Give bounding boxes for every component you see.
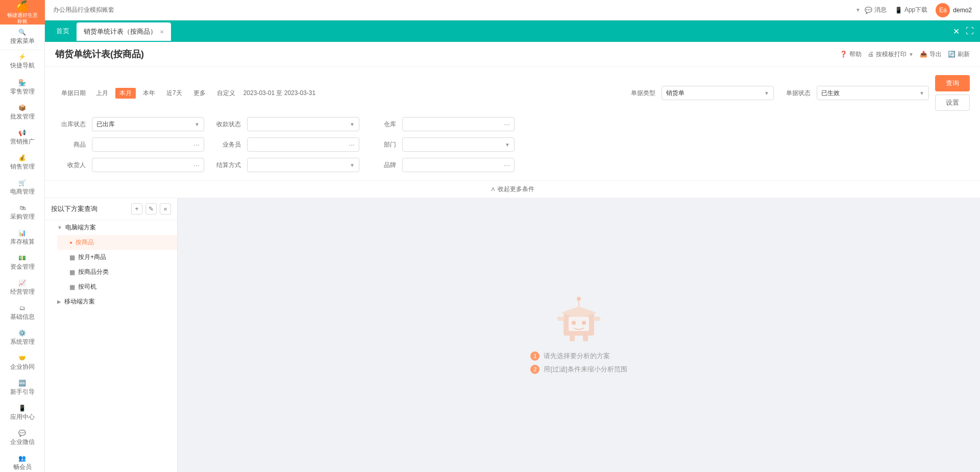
app-subtitle: 标账 [7, 18, 38, 25]
goods-dots[interactable]: ··· [193, 140, 200, 149]
sidebar-item-purchase[interactable]: 🛍 采购管理 [0, 200, 44, 225]
sidebar-item-sales[interactable]: 💰 销售管理 [0, 150, 44, 175]
scheme-tree: ▼ 电脑端方案 ● 按商品 ▦ 按月+商品 ▦ [45, 220, 177, 309]
sidebar-item-apps[interactable]: 📱 应用中心 [0, 400, 44, 426]
by-category-label: 按商品分类 [78, 268, 171, 276]
tree-node-by-month-goods[interactable]: ▦ 按月+商品 [57, 250, 177, 265]
marketing-icon: 📢 [18, 129, 26, 136]
collection-arrow: ▼ [350, 122, 355, 127]
by-goods-label: 按商品 [76, 238, 171, 247]
retail-icon: 🏪 [18, 79, 26, 86]
storage-select[interactable]: ··· [402, 117, 514, 131]
status-select[interactable]: 已生效 ▼ [817, 86, 929, 100]
sidebar-quick-nav[interactable]: ⚡ 快捷导航 [0, 50, 44, 73]
storage-dots[interactable]: ··· [504, 120, 510, 128]
type-select[interactable]: 销货单 ▼ [662, 86, 774, 100]
staff-dots[interactable]: ··· [349, 140, 355, 149]
receiver-dots[interactable]: ··· [193, 161, 200, 169]
date-btn-custom[interactable]: 自定义 [213, 88, 239, 99]
refresh-btn[interactable]: 🔄 刷新 [948, 50, 970, 59]
app-download-label: App下载 [904, 6, 927, 14]
user-info[interactable]: Ea demo2 [936, 3, 972, 17]
topbar-title: 办公用品行业模拟账套 [53, 6, 851, 14]
brand-dots[interactable]: ··· [504, 161, 510, 169]
collab-icon: 🤝 [18, 355, 26, 362]
expand-btn[interactable]: ⛶ [964, 25, 976, 38]
add-scheme-btn[interactable]: + [131, 203, 142, 215]
payment-select[interactable]: ▼ [247, 158, 359, 172]
sidebar-item-finance[interactable]: 💵 资金管理 [0, 250, 44, 275]
empty-tip-2: 2 用[过滤]条件来缩小分析范围 [530, 365, 627, 374]
collab-label: 企业协同 [10, 363, 35, 371]
svg-point-2 [572, 321, 576, 325]
help-btn[interactable]: ❓ 帮助 [840, 50, 862, 59]
topbar-dropdown-arrow[interactable]: ▼ [855, 7, 861, 13]
receiver-select[interactable]: ··· [92, 158, 204, 172]
svg-rect-1 [569, 317, 589, 331]
sidebar-item-inventory[interactable]: 📊 库存核算 [0, 225, 44, 250]
sidebar-item-collab[interactable]: 🤝 企业协同 [0, 350, 44, 375]
message-icon: 💬 [865, 7, 872, 14]
export-btn[interactable]: 📤 导出 [920, 50, 942, 59]
tree-node-by-cashier[interactable]: ▦ 按司机 [57, 279, 177, 294]
dept-select[interactable]: ▼ [402, 137, 514, 152]
print-btn[interactable]: 🖨 按模板打印 ▼ [868, 50, 914, 59]
date-btn-7days[interactable]: 近7天 [162, 88, 186, 99]
edit-scheme-btn[interactable]: ✎ [145, 203, 157, 215]
collection-select[interactable]: ▼ [247, 117, 359, 131]
filter-row-2: 出库状态 已出库 ▼ 收款状态 ▼ 仓库 ··· [55, 117, 970, 131]
logo-icon: 🍊 [7, 0, 38, 12]
pc-scheme-label: 电脑端方案 [65, 223, 171, 232]
sidebar-item-member[interactable]: 👥 畅会员 [0, 451, 44, 472]
page-header-actions: ❓ 帮助 🖨 按模板打印 ▼ 📤 导出 🔄 刷新 [840, 50, 970, 65]
date-btn-more[interactable]: 更多 [189, 88, 210, 99]
apps-icon: 📱 [18, 405, 26, 412]
collapse-arrow: ∧ [491, 185, 496, 193]
page-title: 销货单统计表(按商品) [55, 48, 144, 66]
expand-arrow-pc: ▼ [57, 225, 62, 230]
sidebar-item-ecommerce[interactable]: 🛒 电商管理 [0, 175, 44, 200]
svg-point-3 [582, 321, 586, 325]
sidebar-item-marketing[interactable]: 📢 营销推广 [0, 125, 44, 150]
sidebar-item-wholesale[interactable]: 📦 批发管理 [0, 100, 44, 125]
export-label: 导出 [929, 50, 942, 59]
messages-btn[interactable]: 💬 消息 [865, 6, 887, 14]
tree-node-by-category[interactable]: ▦ 按商品分类 [57, 265, 177, 279]
action-buttons: 查询 设置 [935, 75, 970, 111]
sidebar-item-operation[interactable]: 📈 经营管理 [0, 275, 44, 300]
tip-text-1: 请先选择要分析的方案 [544, 351, 610, 361]
sidebar-item-basic[interactable]: 🗂 基础信息 [0, 300, 44, 325]
tree-node-mobile[interactable]: ▶ 移动端方案 [51, 294, 177, 309]
collapse-bar[interactable]: ∧ 收起更多条件 [45, 181, 980, 198]
close-tab-btn[interactable]: ✕ [951, 25, 962, 38]
tab-home[interactable]: 首页 [49, 23, 77, 39]
sidebar-item-retail[interactable]: 🏪 零售管理 [0, 75, 44, 100]
date-btn-last-month[interactable]: 上月 [92, 88, 112, 99]
app-logo: 🍊 畅捷通好生意 标账 [0, 0, 45, 25]
print-label: 按模板打印 [876, 50, 906, 59]
finance-label: 资金管理 [10, 263, 35, 271]
tab-sales-stats[interactable]: 销货单统计表（按商品） ✕ [77, 22, 171, 41]
goods-select[interactable]: ··· [92, 137, 204, 152]
staff-select[interactable]: ··· [247, 137, 359, 152]
setting-button[interactable]: 设置 [935, 95, 970, 111]
sidebar-item-system[interactable]: ⚙️ 系统管理 [0, 325, 44, 350]
date-btn-this-month[interactable]: 本月 [115, 88, 136, 99]
app-download-btn[interactable]: 📱 App下载 [895, 6, 927, 14]
collapse-panel-btn[interactable]: « [160, 203, 171, 215]
user-avatar: Ea [936, 3, 950, 17]
sidebar-search[interactable]: 🔍 搜索菜单 [0, 25, 44, 50]
tab-close-btn[interactable]: ✕ [160, 29, 164, 35]
tree-node-pc[interactable]: ▼ 电脑端方案 [51, 220, 177, 235]
warehouse-select[interactable]: 已出库 ▼ [92, 117, 204, 131]
tree-node-by-goods[interactable]: ● 按商品 [57, 235, 177, 250]
svg-rect-6 [557, 317, 565, 321]
brand-select[interactable]: ··· [402, 158, 514, 172]
date-btn-this-year[interactable]: 本年 [139, 88, 159, 99]
edit-icon: ✎ [149, 205, 154, 213]
svg-point-9 [577, 297, 581, 301]
sidebar-item-guide[interactable]: 🆕 新手引导 [0, 375, 44, 400]
query-button[interactable]: 查询 [935, 75, 970, 91]
sidebar-item-wechat[interactable]: 💬 企业微信 [0, 426, 44, 451]
print-arrow[interactable]: ▼ [909, 52, 914, 57]
